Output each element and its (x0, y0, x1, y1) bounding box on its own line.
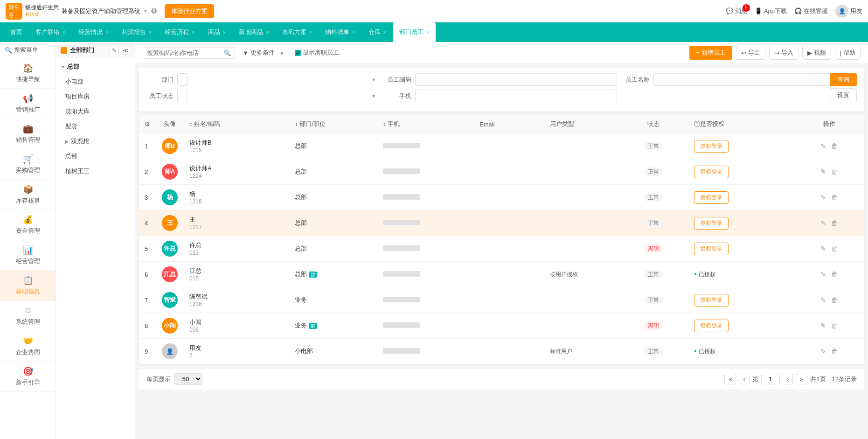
tree-item-shenyang[interactable]: 沈阳大库 (56, 104, 135, 119)
tab-close-icon[interactable]: × (149, 29, 152, 35)
sidebar-item-inventory[interactable]: 📦 库存核算 (0, 180, 56, 210)
tab-customer[interactable]: 客户联络× (29, 22, 72, 42)
sidebar-item-management[interactable]: 📊 经营管理 (0, 240, 56, 271)
delete-icon[interactable]: 🗑 (829, 270, 840, 279)
tab-warehouse[interactable]: 仓库× (362, 22, 393, 42)
delete-icon[interactable]: 🗑 (829, 141, 840, 151)
delete-icon[interactable]: 🗑 (829, 321, 840, 330)
sidebar-item-quicknav[interactable]: 🏠 快捷导航 (0, 58, 56, 89)
auth-button[interactable]: 授权登录 (694, 243, 729, 255)
tab-department[interactable]: 部门员工× (393, 22, 436, 42)
auth-button[interactable]: 授权登录 (694, 217, 729, 230)
tree-item-general[interactable]: ▼ 总部 (56, 59, 135, 74)
help-button[interactable]: | 帮助 (835, 46, 861, 60)
page-input[interactable] (761, 374, 780, 384)
tab-close-icon[interactable]: × (383, 29, 386, 35)
search-box[interactable]: 🔍 (143, 47, 235, 59)
row-auth[interactable]: 授权登录 (688, 210, 794, 236)
prev-page-button[interactable]: ‹ (739, 374, 749, 384)
row-auth[interactable]: 授权登录 (688, 133, 794, 159)
sidebar-item-basic[interactable]: 📋 基础信息 (0, 271, 56, 301)
system-dropdown-arrow[interactable]: ▾ (144, 8, 147, 14)
app-download-button[interactable]: 📱 App下载 (755, 7, 787, 15)
edit-icon[interactable]: ✎ (819, 244, 828, 253)
edit-icon[interactable]: ✎ (819, 347, 828, 356)
tab-bom[interactable]: 物料清单× (319, 22, 361, 42)
auth-button[interactable]: 授权登录 (694, 166, 729, 178)
tab-close-icon[interactable]: × (223, 29, 226, 35)
next-page-button[interactable]: › (783, 374, 793, 384)
tree-collapse-icon[interactable]: ≪ (121, 46, 130, 55)
tab-close-icon[interactable]: × (266, 29, 269, 35)
delete-icon[interactable]: 🗑 (829, 218, 840, 228)
status-select[interactable] (177, 90, 187, 102)
last-page-button[interactable]: » (796, 374, 807, 384)
dept-select[interactable] (177, 73, 187, 86)
tab-close-icon[interactable]: × (352, 29, 355, 35)
first-page-button[interactable]: « (724, 374, 736, 384)
edit-icon[interactable]: ✎ (819, 141, 828, 151)
messages-button[interactable]: 💬 消息 5 (726, 7, 747, 15)
row-auth[interactable]: 授权登录 (688, 313, 794, 339)
auth-button[interactable]: 授权登录 (694, 294, 729, 307)
tree-item-plantking[interactable]: 植树王三 (56, 164, 135, 179)
tab-new-goods[interactable]: 新增商品× (232, 22, 275, 42)
auth-button[interactable]: 授权登录 (694, 320, 729, 332)
tree-item-distribution[interactable]: 配货 (56, 119, 135, 134)
edit-icon[interactable]: ✎ (819, 321, 828, 330)
row-auth[interactable]: 授权登录 (688, 185, 794, 210)
auth-button[interactable]: 授权登录 (694, 140, 729, 153)
sidebar-item-sales[interactable]: 💼 销售管理 (0, 119, 56, 149)
sidebar-item-collab[interactable]: 🤝 企业协同 (0, 331, 56, 362)
online-service-button[interactable]: 🎧 在线客服 (794, 7, 828, 15)
export-button[interactable]: ↩ 导出 (736, 46, 765, 60)
show-resigned-checkbox[interactable]: 显示离职员工 (295, 49, 339, 57)
delete-icon[interactable]: 🗑 (829, 347, 840, 356)
phone-input[interactable] (415, 90, 617, 102)
tab-barcode[interactable]: 条码方案× (276, 22, 319, 42)
more-filter-button[interactable]: ▼ 更多条件 ∧ (239, 47, 291, 59)
edit-icon[interactable]: ✎ (819, 218, 828, 228)
delete-icon[interactable]: 🗑 (829, 244, 840, 253)
tab-close-icon[interactable]: × (105, 29, 108, 35)
tab-goods[interactable]: 商品× (201, 22, 232, 42)
settings-button[interactable]: 设置 (830, 88, 857, 102)
row-auth[interactable]: 授权登录 (688, 287, 794, 313)
tab-history[interactable]: 经营历程× (158, 22, 201, 42)
tree-item-headquarters[interactable]: 总部 (56, 149, 135, 164)
tab-close-icon[interactable]: × (192, 29, 194, 35)
sidebar-item-purchase[interactable]: 🛒 采购管理 (0, 149, 56, 180)
view-button[interactable]: ▶ 视频 (802, 46, 831, 60)
col-phone[interactable]: ↕ 手机 (377, 115, 474, 133)
sidebar-item-system[interactable]: ⚙ 系统管理 (0, 301, 56, 331)
tree-item-shuanglu[interactable]: ▶ 双鹿想 (56, 134, 135, 149)
edit-icon[interactable]: ✎ (819, 295, 828, 305)
edit-icon[interactable]: ✎ (819, 270, 828, 279)
emp-name-input[interactable] (653, 73, 855, 86)
trial-button[interactable]: 体验行业方案 (165, 4, 214, 18)
row-auth[interactable]: 授权登录 (688, 159, 794, 185)
tab-profit[interactable]: 利润报告× (115, 22, 158, 42)
user-avatar[interactable]: 👤 用友 (835, 5, 862, 18)
delete-icon[interactable]: 🗑 (829, 295, 840, 305)
search-input[interactable] (147, 49, 222, 56)
gear-icon[interactable]: ⚙ (151, 7, 157, 15)
query-button[interactable]: 查询 (830, 73, 857, 86)
sidebar-item-marketing[interactable]: 📢 营销推广 (0, 89, 56, 119)
row-auth[interactable]: 授权登录 (688, 236, 794, 262)
tree-item-small-elec[interactable]: 小电部 (56, 74, 135, 89)
edit-icon[interactable]: ✎ (819, 167, 828, 176)
col-dept[interactable]: ↕ 部门/职位 (289, 115, 377, 133)
delete-icon[interactable]: 🗑 (829, 193, 840, 202)
tab-close-icon[interactable]: × (62, 29, 65, 35)
delete-icon[interactable]: 🗑 (829, 167, 840, 176)
import-button[interactable]: ↪ 导入 (769, 46, 799, 60)
tab-close-icon[interactable]: × (309, 29, 312, 35)
sidebar-item-guide[interactable]: 🎯 新手引导 (0, 362, 56, 392)
tree-item-project-store[interactable]: 项目库房 (56, 89, 135, 104)
add-employee-button[interactable]: + 新增员工 (689, 46, 732, 60)
edit-icon[interactable]: ✎ (819, 193, 828, 202)
tab-operation[interactable]: 经营情况× (72, 22, 115, 42)
sidebar-item-finance[interactable]: 💰 资金管理 (0, 210, 56, 240)
auth-button[interactable]: 授权登录 (694, 191, 729, 204)
